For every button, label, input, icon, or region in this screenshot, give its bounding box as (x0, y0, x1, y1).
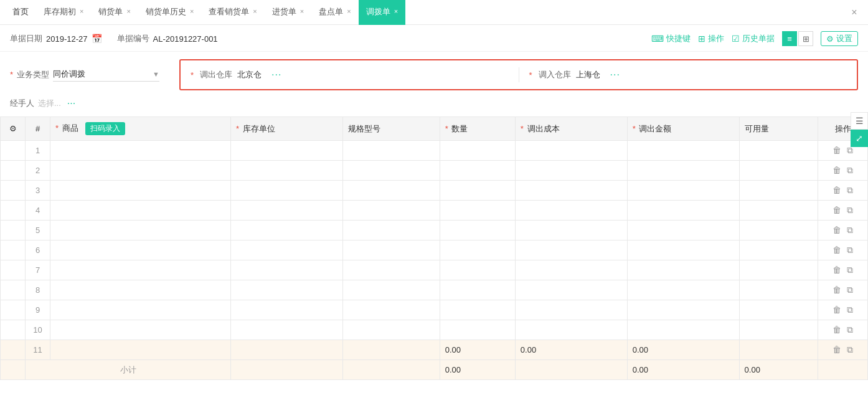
row-spec-cell[interactable] (342, 320, 440, 340)
tab-purchase-order[interactable]: 进货单 × (265, 0, 311, 25)
row-delete-icon[interactable]: 🗑 (833, 325, 841, 335)
row-spec-cell[interactable] (342, 260, 440, 280)
row-cost-cell[interactable] (515, 280, 627, 300)
row-spec-cell[interactable] (342, 300, 440, 320)
list-view-button[interactable]: ≡ (782, 31, 797, 46)
tab-home[interactable]: 首页 (5, 0, 36, 25)
sidebar-list-button[interactable]: ☰ (851, 112, 868, 130)
row-unit-cell[interactable] (231, 161, 343, 181)
row-cost-cell[interactable] (515, 161, 627, 181)
row-available-cell[interactable] (739, 320, 818, 340)
row-amount-cell[interactable] (627, 221, 739, 240)
row-product-cell[interactable] (50, 221, 231, 240)
tab-view-sales-close[interactable]: × (253, 8, 257, 15)
row-spec-cell[interactable] (342, 141, 440, 161)
row-unit-cell[interactable] (231, 240, 343, 260)
handler-placeholder[interactable]: 选择... (38, 98, 61, 109)
row-qty-cell[interactable] (440, 260, 515, 280)
tab-view-sales[interactable]: 查看销货单 × (201, 0, 264, 25)
tab-inventory-init-close[interactable]: × (80, 8, 83, 15)
row-cost-cell[interactable] (515, 201, 627, 221)
row-delete-icon[interactable]: 🗑 (833, 145, 841, 155)
row-cost-cell[interactable] (515, 240, 627, 260)
tab-inventory-count-close[interactable]: × (347, 8, 351, 15)
row-amount-cell[interactable] (627, 280, 739, 300)
row-available-cell[interactable] (739, 260, 818, 280)
row-amount-cell[interactable] (627, 141, 739, 161)
window-close-button[interactable]: × (846, 4, 863, 21)
out-warehouse-dots[interactable]: ··· (267, 69, 286, 80)
row-available-cell[interactable] (739, 280, 818, 300)
table-settings-col[interactable]: ⚙ (1, 117, 26, 141)
row-delete-icon[interactable]: 🗑 (833, 225, 841, 235)
row-product-cell[interactable] (50, 260, 231, 280)
row-available-cell[interactable] (739, 300, 818, 320)
row-unit-cell[interactable] (231, 280, 343, 300)
row-delete-icon[interactable]: 🗑 (833, 265, 841, 275)
row-spec-cell[interactable] (342, 161, 440, 181)
row-amount-cell[interactable] (627, 201, 739, 221)
history-button[interactable]: ☑ 历史单据 (732, 33, 775, 44)
row-cost-cell[interactable] (515, 141, 627, 161)
row-qty-cell[interactable] (440, 240, 515, 260)
row-product-cell[interactable] (50, 201, 231, 221)
operation-button[interactable]: ⊞ 操作 (698, 33, 724, 44)
tab-sales-order-close[interactable]: × (126, 8, 130, 15)
row-copy-icon[interactable]: ⧉ (847, 185, 853, 195)
row-qty-cell[interactable] (440, 320, 515, 340)
business-type-select[interactable]: 同价调拨 ▼ (53, 69, 159, 82)
row-copy-icon[interactable]: ⧉ (847, 265, 853, 275)
tab-sales-history[interactable]: 销货单历史 × (138, 0, 201, 25)
row-available-cell[interactable] (739, 161, 818, 181)
row-qty-cell[interactable] (440, 280, 515, 300)
row-available-cell[interactable] (739, 181, 818, 201)
row-qty-cell[interactable] (440, 201, 515, 221)
in-warehouse-dots[interactable]: ··· (605, 69, 625, 80)
row-product-cell[interactable] (50, 161, 231, 181)
tab-transfer-close[interactable]: × (394, 8, 398, 15)
row-qty-cell[interactable] (440, 221, 515, 240)
row-spec-cell[interactable] (342, 221, 440, 240)
row-amount-cell[interactable] (627, 320, 739, 340)
row-qty-cell[interactable] (440, 181, 515, 201)
row-delete-icon[interactable]: 🗑 (833, 285, 841, 295)
row-product-cell[interactable] (50, 240, 231, 260)
row-cost-cell[interactable] (515, 300, 627, 320)
row-unit-cell[interactable] (231, 300, 343, 320)
row-qty-cell[interactable] (440, 300, 515, 320)
row-copy-icon[interactable]: ⧉ (847, 205, 853, 215)
settings-button[interactable]: ⚙ 设置 (821, 31, 858, 46)
tab-inventory-init[interactable]: 库存期初 × (36, 0, 91, 25)
quick-key-button[interactable]: ⌨ 快捷键 (651, 33, 691, 44)
row-delete-icon[interactable]: 🗑 (833, 305, 841, 315)
row-amount-cell[interactable] (627, 240, 739, 260)
row-copy-icon[interactable]: ⧉ (847, 285, 853, 295)
calendar-icon[interactable]: 📅 (92, 34, 102, 44)
row-amount-cell[interactable] (627, 161, 739, 181)
row-unit-cell[interactable] (231, 181, 343, 201)
row-product-cell[interactable] (50, 300, 231, 320)
row-cost-cell[interactable] (515, 181, 627, 201)
row-cost-cell[interactable] (515, 260, 627, 280)
row-copy-icon[interactable]: ⧉ (847, 165, 853, 175)
row-spec-cell[interactable] (342, 181, 440, 201)
row-delete-icon[interactable]: 🗑 (833, 245, 841, 255)
row-spec-cell[interactable] (342, 280, 440, 300)
row-available-cell[interactable] (739, 201, 818, 221)
row-amount-cell[interactable] (627, 300, 739, 320)
row-copy-icon[interactable]: ⧉ (847, 325, 853, 335)
row-copy-icon[interactable]: ⧉ (847, 225, 853, 235)
row-cost-cell[interactable] (515, 320, 627, 340)
row-unit-cell[interactable] (231, 141, 343, 161)
row-qty-cell[interactable] (440, 161, 515, 181)
row-product-cell[interactable] (50, 280, 231, 300)
sidebar-expand-button[interactable]: ⤢ (851, 130, 868, 147)
row-delete-icon[interactable]: 🗑 (833, 205, 841, 215)
subtotal-delete-icon[interactable]: 🗑 (833, 345, 841, 355)
tab-sales-order[interactable]: 销货单 × (91, 0, 138, 25)
row-qty-cell[interactable] (440, 141, 515, 161)
handler-dots[interactable]: ··· (67, 98, 75, 109)
tab-inventory-count[interactable]: 盘点单 × (311, 0, 358, 25)
row-copy-icon[interactable]: ⧉ (847, 245, 853, 255)
tab-purchase-order-close[interactable]: × (300, 8, 304, 15)
